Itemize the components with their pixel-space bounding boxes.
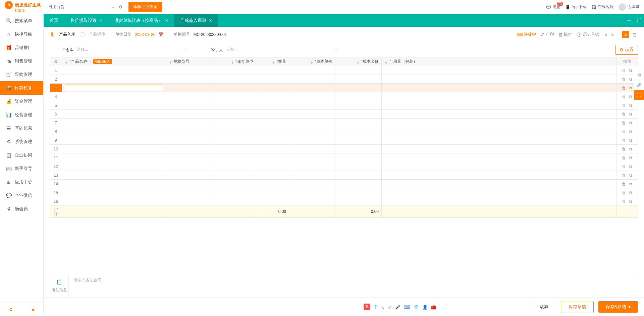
ime-keyboard-icon[interactable]: ⌨ <box>404 305 410 310</box>
table-row[interactable]: 9🗑⧉ <box>50 136 638 145</box>
cell-price[interactable] <box>289 66 335 75</box>
delete-icon[interactable]: 🗑 <box>622 155 626 160</box>
delete-icon[interactable]: 🗑 <box>622 86 626 90</box>
calendar-icon[interactable]: 📅 <box>159 32 164 37</box>
cell-product[interactable] <box>62 66 166 75</box>
ime-toolbox-icon[interactable]: 🧰 <box>431 305 436 310</box>
date-value[interactable]: 2023-03-20 <box>135 32 155 37</box>
cell-available[interactable] <box>382 66 616 75</box>
cell-qty[interactable] <box>256 136 289 145</box>
cell-amount[interactable] <box>335 75 381 84</box>
cell-unit[interactable] <box>210 188 256 197</box>
delete-icon[interactable]: 🗑 <box>622 68 626 73</box>
col-unit[interactable]: ▲▼*库存单位 <box>210 57 256 66</box>
cell-qty[interactable] <box>256 197 289 206</box>
cell-unit[interactable] <box>210 171 256 180</box>
ime-punct-icon[interactable]: •, <box>381 305 384 310</box>
delete-icon[interactable]: 🗑 <box>622 182 626 186</box>
cell-price[interactable] <box>289 119 335 127</box>
cell-available[interactable] <box>382 127 616 136</box>
sidebar-item-14[interactable]: ♛畅会员 <box>0 202 43 216</box>
warehouse-select[interactable]: 选择... ⋯ <box>77 45 187 54</box>
cell-unit[interactable] <box>210 75 256 84</box>
sidebar-item-8[interactable]: ☰基础信息 <box>0 122 43 135</box>
cell-product[interactable] <box>62 92 166 101</box>
cell-price[interactable] <box>289 101 335 110</box>
cell-qty[interactable] <box>256 119 289 127</box>
cell-available[interactable] <box>382 180 616 188</box>
cell-spec[interactable] <box>166 188 210 197</box>
copy-icon[interactable]: ⧉ <box>629 121 632 125</box>
delete-icon[interactable]: 🗑 <box>622 173 626 178</box>
cell-price[interactable] <box>289 188 335 197</box>
print-button[interactable]: 🖨打印 <box>541 32 554 37</box>
cell-available[interactable] <box>382 75 616 84</box>
cell-unit[interactable] <box>210 66 256 75</box>
cell-available[interactable] <box>382 188 616 197</box>
cell-unit[interactable] <box>210 197 256 206</box>
col-spec[interactable]: ▲▼规格型号 <box>166 57 210 66</box>
operate-button[interactable]: ▦操作 <box>559 32 572 37</box>
cell-amount[interactable] <box>335 84 381 92</box>
cell-available[interactable] <box>382 171 616 180</box>
close-icon[interactable]: ✕ <box>209 18 212 23</box>
table-row[interactable]: 4🗑⧉ <box>50 92 638 101</box>
cell-spec[interactable] <box>166 127 210 136</box>
delete-icon[interactable]: 🗑 <box>622 138 626 143</box>
copy-icon[interactable]: ⧉ <box>629 77 632 82</box>
copy-icon[interactable]: ⧉ <box>629 155 632 160</box>
table-row[interactable]: 7🗑⧉ <box>50 119 638 127</box>
cell-amount[interactable] <box>335 136 381 145</box>
copy-icon[interactable]: ⧉ <box>629 147 632 151</box>
table-row[interactable]: 6🗑⧉ <box>50 110 638 119</box>
cell-unit[interactable] <box>210 101 256 110</box>
cell-available[interactable] <box>382 145 616 153</box>
product-input[interactable] <box>65 85 163 91</box>
cell-amount[interactable] <box>335 162 381 171</box>
cell-price[interactable] <box>289 145 335 153</box>
delete-icon[interactable]: 🗑 <box>622 94 626 99</box>
tab-3[interactable]: 产成品入库单✕ <box>174 14 218 27</box>
cell-amount[interactable] <box>335 110 381 119</box>
gear-icon[interactable]: ⚙ <box>119 5 122 9</box>
copy-icon[interactable]: ⧉ <box>629 138 632 143</box>
table-row[interactable]: 5🗑⧉ <box>50 101 638 110</box>
table-row[interactable]: 15🗑⧉ <box>50 188 638 197</box>
radio-product-in[interactable] <box>50 32 54 37</box>
delete-icon[interactable]: 🗑 <box>622 129 626 134</box>
cell-price[interactable] <box>289 84 335 92</box>
cell-unit[interactable] <box>210 119 256 127</box>
cell-price[interactable] <box>289 110 335 119</box>
cell-spec[interactable] <box>166 119 210 127</box>
cell-spec[interactable] <box>166 92 210 101</box>
cell-unit[interactable] <box>210 153 256 162</box>
table-row[interactable]: 16🗑⧉ <box>50 197 638 206</box>
copy-icon[interactable]: ⧉ <box>629 190 632 195</box>
copy-icon[interactable]: ⧉ <box>629 164 632 169</box>
ime-skin-icon[interactable]: 👕 <box>414 305 419 310</box>
cell-available[interactable] <box>382 162 616 171</box>
cell-qty[interactable] <box>256 127 289 136</box>
cell-price[interactable] <box>289 127 335 136</box>
sidebar-item-1[interactable]: ⌂快捷导航 <box>0 28 43 41</box>
sidebar-item-12[interactable]: ⊞应用中心 <box>0 175 43 189</box>
cell-spec[interactable] <box>166 145 210 153</box>
remark-input[interactable]: 请输入备注信息 <box>69 274 638 297</box>
cell-product[interactable] <box>62 153 166 162</box>
float-tool-1[interactable]: ▤ <box>634 70 644 80</box>
ime-voice-icon[interactable]: 🎤 <box>395 305 400 310</box>
tab-2[interactable]: 进货单统计表（按商品）✕ <box>108 14 174 27</box>
cell-amount[interactable] <box>335 92 381 101</box>
cell-price[interactable] <box>289 197 335 206</box>
cell-qty[interactable] <box>256 145 289 153</box>
delete-icon[interactable]: 🗑 <box>622 147 626 151</box>
cell-product[interactable] <box>62 84 166 92</box>
col-available[interactable]: ▲▼可用量（包装） <box>382 57 616 66</box>
cell-amount[interactable] <box>335 153 381 162</box>
cell-unit[interactable] <box>210 162 256 171</box>
cell-qty[interactable] <box>256 101 289 110</box>
col-price[interactable]: ▲▼*成本单价 <box>289 57 335 66</box>
cell-price[interactable] <box>289 153 335 162</box>
save-draft-button[interactable]: 保存草稿 <box>561 301 594 313</box>
discard-button[interactable]: 放弃 <box>532 301 556 313</box>
